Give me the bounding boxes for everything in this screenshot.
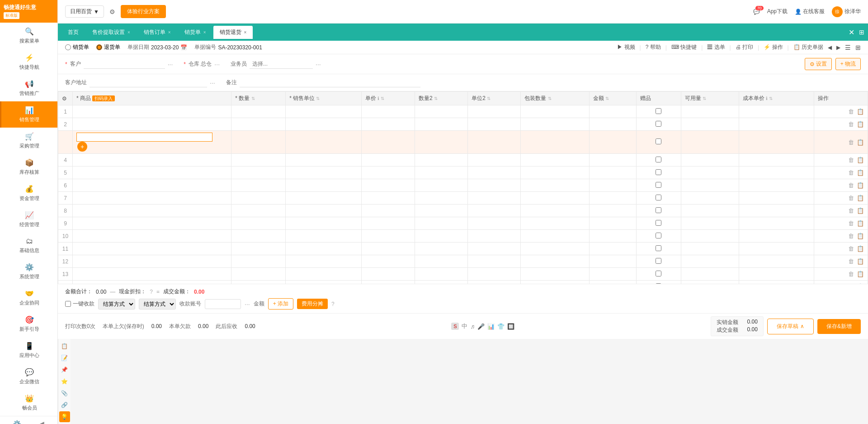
unit-cell[interactable] (286, 217, 361, 230)
unit-cell[interactable] (286, 179, 361, 192)
qty-cell[interactable] (231, 217, 286, 230)
collapse-icon[interactable]: ◀ (39, 420, 44, 424)
copy-row-icon[interactable]: 📋 (857, 169, 864, 176)
right-panel-icon-1[interactable]: 📋 (59, 341, 70, 352)
sort-icon[interactable]: ⇅ (434, 96, 438, 101)
price-cell[interactable] (361, 118, 415, 131)
qty2-cell[interactable] (415, 131, 468, 154)
amount-cell[interactable] (589, 154, 636, 167)
view-grid-icon[interactable]: ⊞ (855, 44, 861, 51)
copy-row-icon[interactable]: 📋 (857, 258, 864, 265)
cost-cell[interactable] (739, 167, 814, 179)
qty-cell[interactable] (231, 281, 286, 284)
save-new-button[interactable]: 保存&新增 (817, 319, 861, 334)
amount-cell[interactable] (589, 243, 636, 255)
unit2-cell[interactable] (468, 268, 521, 281)
unit-cell[interactable] (286, 268, 361, 281)
header-gear-icon[interactable]: ⚙ (108, 6, 117, 17)
gift-checkbox[interactable] (656, 220, 661, 226)
unit2-cell[interactable] (468, 281, 521, 284)
price-cell[interactable] (361, 131, 415, 154)
cost-cell[interactable] (739, 192, 814, 205)
qty-cell[interactable] (231, 105, 286, 118)
copy-row-icon[interactable]: 📋 (857, 108, 864, 115)
settings-bottom-icon[interactable]: ⚙️ (13, 420, 21, 424)
sidebar-item-sales[interactable]: 📊 销售管理 (0, 101, 57, 128)
avail-cell[interactable] (681, 154, 739, 167)
salesperson-input[interactable] (250, 59, 313, 69)
input-method-icon[interactable]: S (451, 323, 459, 330)
right-panel-icon-7[interactable]: 💡 (59, 411, 70, 422)
price-cell[interactable] (361, 205, 415, 217)
copy-row-icon[interactable]: 📋 (857, 233, 864, 239)
product-input[interactable] (76, 133, 212, 142)
toolbar-icon-6[interactable]: 🔲 (507, 323, 514, 330)
product-cell[interactable] (73, 192, 231, 205)
online-service-link[interactable]: 👤 在线客服 (795, 8, 825, 15)
gift-cell[interactable] (636, 205, 681, 217)
qty-cell[interactable] (231, 167, 286, 179)
gift-checkbox[interactable] (656, 138, 661, 144)
delete-row-icon[interactable]: 🗑 (848, 157, 854, 163)
radio-return[interactable]: 退货单 (96, 43, 120, 51)
tab-sale-price[interactable]: 售价提取设置 × (86, 26, 137, 39)
unit2-cell[interactable] (468, 179, 521, 192)
unit-cell[interactable] (286, 131, 361, 154)
shortcut-link[interactable]: ⌨ 快捷键 (671, 43, 697, 51)
price-cell[interactable] (361, 230, 415, 243)
qty-cell[interactable] (231, 243, 286, 255)
avail-cell[interactable] (681, 243, 739, 255)
gift-checkbox[interactable] (656, 233, 661, 238)
unit-cell[interactable] (286, 255, 361, 268)
copy-row-icon[interactable]: 📋 (857, 157, 864, 163)
cost-cell[interactable] (739, 217, 814, 230)
logistics-button[interactable]: + 物流 (835, 58, 861, 70)
pack-cell[interactable] (521, 167, 590, 179)
product-cell[interactable] (73, 167, 231, 179)
amount-cell[interactable] (589, 118, 636, 131)
toolbar-icon-1[interactable]: 中 (462, 322, 467, 330)
salesperson-picker-icon[interactable]: ··· (316, 61, 321, 68)
avail-cell[interactable] (681, 118, 739, 131)
pack-cell[interactable] (521, 268, 590, 281)
amount-cell[interactable] (589, 192, 636, 205)
warehouse-picker-icon[interactable]: ··· (214, 61, 220, 68)
cost-cell[interactable] (739, 243, 814, 255)
sort-icon[interactable]: ⇅ (703, 96, 706, 101)
gift-cell[interactable] (636, 179, 681, 192)
avail-cell[interactable] (681, 281, 739, 284)
amount-cell[interactable] (589, 217, 636, 230)
right-panel-icon-6[interactable]: 🔗 (59, 400, 70, 410)
qty2-cell[interactable] (415, 268, 468, 281)
gift-checkbox[interactable] (656, 169, 661, 175)
gift-cell[interactable] (636, 243, 681, 255)
gift-cell[interactable] (636, 167, 681, 179)
cost-cell[interactable] (739, 154, 814, 167)
right-panel-icon-4[interactable]: ⭐ (59, 376, 70, 387)
qty2-cell[interactable] (415, 243, 468, 255)
right-panel-icon-3[interactable]: 📌 (59, 364, 70, 375)
tab-sale-goods[interactable]: 销货单 × (178, 26, 212, 39)
delete-row-icon[interactable]: 🗑 (848, 195, 854, 201)
gift-cell[interactable] (636, 131, 681, 154)
sidebar-item-appstore[interactable]: 📱 应用中心 (0, 337, 57, 363)
operate-link[interactable]: ⚡ 操作 (764, 43, 783, 51)
unit-cell[interactable] (286, 243, 361, 255)
avail-cell[interactable] (681, 268, 739, 281)
product-cell[interactable] (73, 281, 231, 284)
sort-icon[interactable]: ⇅ (381, 96, 384, 101)
pack-cell[interactable] (521, 255, 590, 268)
delete-row-icon[interactable]: 🗑 (848, 121, 854, 128)
avail-cell[interactable] (681, 131, 739, 154)
qty2-cell[interactable] (415, 167, 468, 179)
delete-row-icon[interactable]: 🗑 (848, 139, 854, 146)
sort-icon[interactable]: ⇅ (769, 96, 773, 101)
next-icon[interactable]: ▶ (836, 44, 840, 51)
cost-cell[interactable] (739, 118, 814, 131)
tab-close-icon[interactable]: × (127, 30, 130, 35)
daily-selector[interactable]: 日用百货 ▼ (65, 5, 104, 18)
settlement-select[interactable]: 结算方式 (98, 299, 135, 310)
one-key-collect-check[interactable]: 一键收款 (65, 300, 94, 308)
sidebar-item-vip[interactable]: 👑 畅会员 (0, 390, 57, 416)
product-cell[interactable] (73, 268, 231, 281)
